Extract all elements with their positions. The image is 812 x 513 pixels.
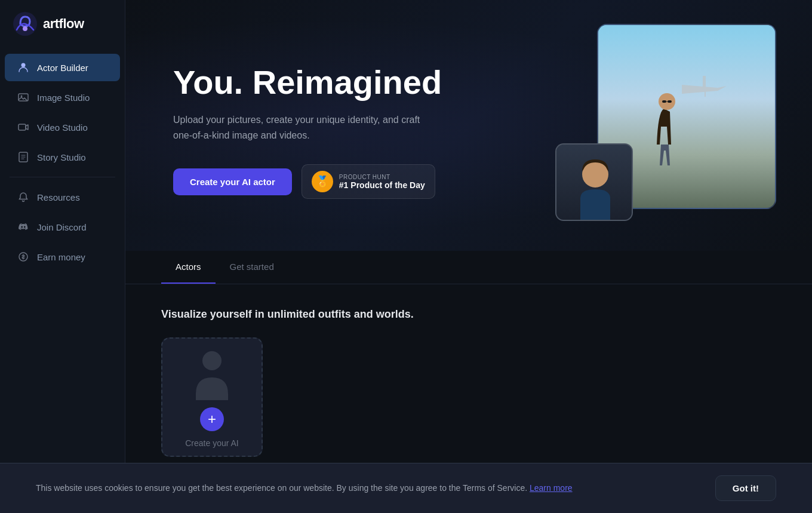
dollar-icon xyxy=(17,250,30,263)
create-ai-label: Create your AI xyxy=(185,438,239,448)
sidebar-item-label-video-studio: Video Studio xyxy=(37,122,88,133)
tab-actors[interactable]: Actors xyxy=(161,251,216,284)
sidebar-item-label-image-studio: Image Studio xyxy=(37,93,90,103)
sidebar-item-video-studio[interactable]: Video Studio xyxy=(5,113,120,141)
sidebar-item-label-join-discord: Join Discord xyxy=(37,222,87,232)
hero-title: You. Reimagined xyxy=(173,64,442,101)
product-hunt-badge: 🏅 PRODUCT HUNT #1 Product of the Day xyxy=(302,164,435,199)
actors-grid: + Create your AI xyxy=(161,337,699,457)
create-actor-card[interactable]: + Create your AI xyxy=(161,337,263,457)
cookie-banner: This website uses cookies to ensure you … xyxy=(0,463,812,513)
sidebar-item-join-discord[interactable]: Join Discord xyxy=(5,213,120,241)
hero-small-image xyxy=(555,143,633,221)
sidebar-item-image-studio[interactable]: Image Studio xyxy=(5,84,120,111)
artflow-logo-icon xyxy=(12,11,38,37)
sidebar: artflow Actor Builder Image Studio xyxy=(0,0,125,513)
cookie-accept-button[interactable]: Got it! xyxy=(715,475,776,501)
sidebar-item-story-studio[interactable]: Story Studio xyxy=(5,143,120,171)
hero-actions: Create your AI actor 🏅 PRODUCT HUNT #1 P… xyxy=(173,164,442,199)
section-subtitle: Visualize yourself in unlimited outfits … xyxy=(161,308,776,321)
create-actor-button[interactable]: Create your AI actor xyxy=(173,168,292,195)
sidebar-item-label-actor-builder: Actor Builder xyxy=(37,63,88,73)
nav-divider xyxy=(10,177,115,177)
product-hunt-label: PRODUCT HUNT xyxy=(339,174,425,180)
main-content: You. Reimagined Upload your pictures, cr… xyxy=(125,0,812,513)
hero-left-content: You. Reimagined Upload your pictures, cr… xyxy=(173,64,442,199)
svg-point-2 xyxy=(21,63,26,67)
tab-get-started[interactable]: Get started xyxy=(216,251,288,284)
sidebar-item-label-story-studio: Story Studio xyxy=(37,152,86,162)
cookie-learn-more-link[interactable]: Learn more xyxy=(530,483,573,493)
svg-point-18 xyxy=(202,351,222,370)
image-icon xyxy=(17,91,30,104)
sidebar-item-resources[interactable]: Resources xyxy=(5,183,120,211)
product-hunt-info: PRODUCT HUNT #1 Product of the Day xyxy=(339,174,425,190)
add-icon: + xyxy=(200,407,224,431)
discord-icon xyxy=(17,220,30,234)
tabs: Actors Get started xyxy=(161,251,776,284)
bell-icon xyxy=(17,191,30,204)
sidebar-item-label-earn-money: Earn money xyxy=(37,252,85,262)
hero-images xyxy=(561,36,776,227)
svg-rect-5 xyxy=(19,124,26,130)
logo: artflow xyxy=(0,0,125,48)
sidebar-item-earn-money[interactable]: Earn money xyxy=(5,243,120,271)
main-navigation: Actor Builder Image Studio Video Studio xyxy=(0,48,125,464)
svg-rect-14 xyxy=(668,100,672,103)
cookie-text: This website uses cookies to ensure you … xyxy=(36,482,573,494)
product-hunt-medal-icon: 🏅 xyxy=(312,171,333,192)
svg-rect-13 xyxy=(662,100,666,103)
sidebar-item-label-resources: Resources xyxy=(37,192,80,202)
person-icon xyxy=(17,61,30,74)
hero-subtitle: Upload your pictures, create your unique… xyxy=(173,112,424,143)
book-icon xyxy=(17,150,30,164)
product-hunt-rank: #1 Product of the Day xyxy=(339,180,425,190)
hero-section: You. Reimagined Upload your pictures, cr… xyxy=(125,0,812,251)
video-icon xyxy=(17,121,30,134)
sidebar-item-actor-builder[interactable]: Actor Builder xyxy=(5,54,120,81)
tabs-section: Actors Get started xyxy=(125,251,812,284)
svg-point-1 xyxy=(23,26,27,31)
logo-text: artflow xyxy=(43,16,84,32)
